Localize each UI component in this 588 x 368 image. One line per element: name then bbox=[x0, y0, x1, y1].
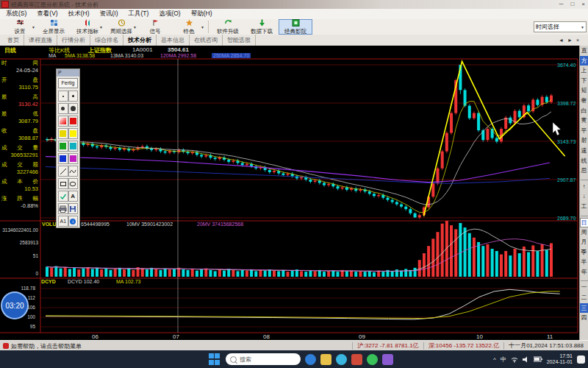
tab-在线咨询[interactable]: 在线咨询 bbox=[190, 35, 223, 46]
tool-strip-item-↓[interactable]: ↓ bbox=[580, 191, 588, 202]
tool-strip-item-二[interactable]: 二 bbox=[580, 293, 588, 303]
chat-icon[interactable] bbox=[367, 354, 378, 365]
tab-scroll-right-button[interactable]: ► bbox=[567, 35, 573, 46]
tool-strip-item-工[interactable]: 工 bbox=[580, 202, 588, 212]
dot-medium-icon[interactable] bbox=[68, 91, 79, 102]
tool-strip-item-季[interactable]: 季 bbox=[580, 247, 588, 258]
color-cyan[interactable] bbox=[68, 141, 79, 152]
curve-tool-icon[interactable] bbox=[68, 166, 79, 177]
period-label[interactable]: 日线 bbox=[4, 46, 16, 54]
wifi-icon[interactable] bbox=[511, 356, 518, 363]
palette-title[interactable]: P bbox=[57, 69, 79, 77]
maximize-button[interactable]: □ bbox=[570, 0, 574, 9]
time-select-dropdown[interactable]: 时间选择 ▼ bbox=[534, 21, 587, 32]
color-magenta[interactable] bbox=[68, 153, 79, 164]
palette-done-button[interactable]: Fertig bbox=[58, 78, 78, 88]
tool-strip-item-月[interactable]: 月 bbox=[580, 237, 588, 247]
store-icon[interactable] bbox=[382, 354, 393, 365]
tool-strip-item-平[interactable]: 平 bbox=[580, 126, 588, 136]
tab-综合排名[interactable]: 综合排名 bbox=[90, 35, 123, 46]
tab-技术分析[interactable]: 技术分析 bbox=[123, 35, 157, 46]
a1-tool-icon[interactable]: A1 bbox=[58, 216, 68, 227]
color-green[interactable] bbox=[58, 141, 68, 152]
color-red[interactable] bbox=[68, 116, 79, 127]
toolbar-button-cinema[interactable]: 经典影院 bbox=[279, 19, 312, 35]
menu-item[interactable]: 帮助(H) bbox=[191, 10, 212, 18]
ellipse-tool-icon[interactable] bbox=[68, 178, 79, 189]
tool-strip-item-周[interactable]: 周 bbox=[580, 227, 588, 238]
toolbar-button-upgrade[interactable]: 软件升级 bbox=[211, 19, 245, 35]
toolbar-button-indicator[interactable]: 技术指标▼ bbox=[71, 19, 104, 35]
ime-language-indicator[interactable]: 中 bbox=[501, 355, 506, 364]
taskbar-clock[interactable]: 17:51 2024-11-01 bbox=[547, 353, 573, 365]
menu-item[interactable]: 资讯(I) bbox=[100, 10, 118, 18]
edge-icon[interactable] bbox=[305, 354, 316, 365]
menu-item[interactable]: 系统(S) bbox=[6, 10, 26, 18]
dot-xlarge-icon[interactable] bbox=[68, 103, 79, 114]
tab-行情分析[interactable]: 行情分析 bbox=[57, 35, 90, 46]
check-tool-icon[interactable] bbox=[58, 191, 68, 202]
tool-strip-item-方[interactable]: 方 bbox=[580, 56, 588, 66]
tool-strip-item-速[interactable]: 速 bbox=[580, 146, 588, 156]
ma250-value-selected[interactable]: 250MA 2854.70 bbox=[212, 53, 251, 58]
tab-close-button[interactable]: × bbox=[576, 35, 579, 46]
tool-strip-item-年[interactable]: 年 bbox=[580, 267, 588, 277]
toolbar-button-feature[interactable]: 特色▼ bbox=[172, 19, 206, 35]
toolbar-button-signal[interactable]: 信号 bbox=[138, 19, 172, 35]
color-red-gradient[interactable] bbox=[58, 116, 68, 127]
speaker-icon[interactable] bbox=[523, 356, 529, 363]
battery-icon[interactable] bbox=[534, 356, 542, 362]
tool-strip-item-上[interactable]: 上 bbox=[580, 66, 588, 76]
tool-strip-item-四[interactable]: 四 bbox=[580, 313, 588, 323]
toolbar-button-period[interactable]: 周期选择▼ bbox=[104, 19, 138, 35]
rect-tool-icon[interactable] bbox=[58, 178, 68, 189]
tool-strip-item-奢[interactable]: 奢 bbox=[580, 96, 588, 106]
tool-strip-item-思[interactable]: 思 bbox=[580, 166, 588, 176]
tool-strip-item-短[interactable]: 短 bbox=[580, 85, 588, 96]
start-button[interactable] bbox=[208, 353, 221, 366]
tool-strip-item-黄[interactable]: 黄 bbox=[580, 116, 588, 126]
color-blue[interactable] bbox=[58, 153, 68, 164]
tool-strip-item-下[interactable]: 下 bbox=[580, 76, 588, 86]
menu-item[interactable]: 工具(T) bbox=[129, 10, 149, 18]
tool-strip-item-半[interactable]: 半 bbox=[580, 257, 588, 267]
toolbar-button-fullscreen[interactable]: 全屏显示 bbox=[37, 19, 71, 35]
tab-基本信息[interactable]: 基本信息 bbox=[157, 35, 190, 46]
menu-item[interactable]: 技术(H) bbox=[68, 10, 90, 18]
tool-strip-item-白[interactable]: 白 bbox=[580, 106, 588, 116]
menu-item[interactable]: 查看(V) bbox=[37, 10, 57, 18]
browser-icon[interactable] bbox=[336, 354, 347, 365]
print-icon[interactable] bbox=[58, 203, 68, 214]
tab-首页[interactable]: 首页 bbox=[3, 35, 24, 46]
tool-strip-item-直[interactable]: 直 bbox=[580, 46, 588, 56]
tool-strip-item-↑[interactable]: ↑ bbox=[580, 182, 588, 192]
color-yellow2[interactable] bbox=[68, 128, 79, 139]
text-tool-icon[interactable]: A bbox=[68, 191, 79, 202]
folder-icon[interactable] bbox=[320, 354, 331, 365]
dot-small-icon[interactable] bbox=[58, 91, 68, 102]
tool-strip-item-日[interactable]: 日 bbox=[580, 218, 588, 227]
info-icon[interactable]: i bbox=[68, 216, 79, 227]
candlestick-chart[interactable]: 3674.403398.723143.732907.872689.70118.7… bbox=[0, 46, 579, 340]
menu-item[interactable]: 选项(O) bbox=[159, 10, 180, 18]
dot-large-icon[interactable] bbox=[58, 103, 68, 114]
media-icon[interactable] bbox=[351, 354, 362, 365]
taskbar-search[interactable]: 搜索 bbox=[226, 353, 301, 365]
minimize-button[interactable]: ─ bbox=[559, 0, 564, 9]
save-icon[interactable] bbox=[68, 203, 79, 214]
tool-strip-item-三[interactable]: 三 bbox=[580, 303, 588, 314]
toolbar-button-download[interactable]: 数据下载 bbox=[245, 19, 279, 35]
tool-strip-item-射[interactable]: 射 bbox=[580, 135, 588, 146]
tab-课程直播[interactable]: 课程直播 bbox=[24, 35, 57, 46]
tray-expand-icon[interactable]: ^ bbox=[493, 356, 496, 363]
notification-icon[interactable] bbox=[577, 355, 585, 364]
close-button[interactable]: × bbox=[581, 0, 585, 9]
line-tool-icon[interactable] bbox=[58, 166, 68, 177]
tab-scroll-left-button[interactable]: ◄ bbox=[559, 35, 564, 46]
color-yellow[interactable] bbox=[58, 128, 68, 139]
tool-strip-item-一[interactable]: 一 bbox=[580, 283, 588, 293]
toolbar-button-settings[interactable]: 设置▼ bbox=[3, 19, 37, 35]
tool-strip-item-线[interactable]: 线 bbox=[580, 156, 588, 166]
screen-record-timer[interactable]: 03:20 bbox=[1, 291, 29, 319]
drawing-tool-palette[interactable]: P Fertig AA1i bbox=[56, 68, 80, 228]
